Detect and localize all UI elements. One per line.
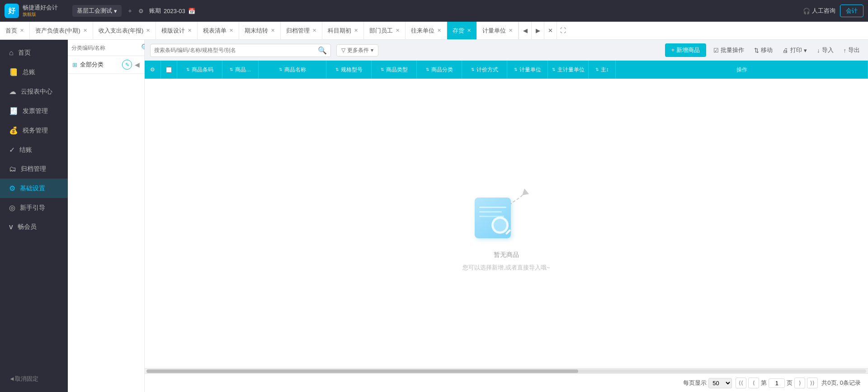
export-button[interactable]: ↑ 导出 xyxy=(841,44,863,56)
tab-template-close[interactable]: ✕ xyxy=(188,28,192,33)
batch-operate-button[interactable]: ☑ 批量操作 xyxy=(711,44,747,56)
th-model[interactable]: ⇅ 规格型号 xyxy=(326,61,372,79)
scroll-track[interactable] xyxy=(146,369,866,373)
th-category[interactable]: ⇅ 商品分类 xyxy=(417,61,462,79)
print-button[interactable]: 🖨 打印 ▾ xyxy=(780,44,810,56)
move-label: 移动 xyxy=(761,46,773,54)
filter-icon: ▽ xyxy=(341,47,345,53)
page-last-btn[interactable]: ⟩⟩ xyxy=(807,378,818,388)
sidebar-item-settle[interactable]: ✓ 结账 xyxy=(0,140,68,160)
select-all-checkbox[interactable] xyxy=(166,67,172,73)
sidebar-item-home[interactable]: ⌂ 首页 xyxy=(0,43,68,62)
category-search-input[interactable] xyxy=(71,45,139,51)
th-code[interactable]: ⇅ 商品... xyxy=(222,61,259,79)
settings-icon[interactable]: ⚙ xyxy=(138,8,144,14)
th-price-label: 计价方式 xyxy=(476,66,498,74)
pagination: 每页显示 20 50 100 200 ⟨⟨ ⟨ 第 页 xyxy=(145,373,868,392)
th-settings[interactable]: ⚙ xyxy=(145,61,161,79)
import-button[interactable]: ↓ 导入 xyxy=(814,44,836,56)
sidebar-item-report[interactable]: ☁ 云报表中心 xyxy=(0,82,68,101)
sidebar-item-member[interactable]: V 畅会员 xyxy=(0,217,68,236)
th-price[interactable]: ⇅ 计价方式 xyxy=(462,61,507,79)
tab-period-end-label: 期末结转 xyxy=(245,27,268,35)
th-name[interactable]: ⇅ 商品名称 xyxy=(259,61,326,79)
sidebar-item-archive[interactable]: 🗂 归档管理 xyxy=(0,160,68,179)
tab-inventory[interactable]: 存货 ✕ xyxy=(447,22,477,40)
product-search-box: 🔍 xyxy=(150,44,331,57)
tab-home-close[interactable]: ✕ xyxy=(20,28,24,33)
tab-tax-label: 税表清单 xyxy=(203,27,226,35)
empty-desc: 您可以选择新增,或者直接导入哦~ xyxy=(462,264,550,272)
headset-icon: 🎧 xyxy=(803,8,810,14)
th-unit[interactable]: ⇅ 计量单位 xyxy=(507,61,548,79)
all-category-label[interactable]: 全部分类 xyxy=(80,61,119,69)
th-type-label: 商品类型 xyxy=(386,66,408,74)
tab-income[interactable]: 收入支出表(年报) ✕ xyxy=(93,22,156,40)
member-icon: V xyxy=(9,224,13,231)
empty-doc-icon xyxy=(475,198,511,238)
edit-category-icon[interactable]: ✎ xyxy=(122,60,132,70)
tab-template[interactable]: 模版设计 ✕ xyxy=(156,22,198,40)
app-logo: 好 xyxy=(5,4,19,18)
filter-chevron-icon: ▾ xyxy=(371,47,373,53)
sidebar-item-guide[interactable]: ◎ 新手引导 xyxy=(0,198,68,217)
add-product-button[interactable]: + 新增商品 xyxy=(665,43,706,57)
sidebar-item-invoice[interactable]: 🧾 发票管理 xyxy=(0,101,68,121)
tab-nav-right[interactable]: ▶ xyxy=(531,22,544,40)
tab-asset[interactable]: 资产负债表(中期) ✕ xyxy=(30,22,93,40)
page-next-btn[interactable]: ⟩ xyxy=(794,378,805,388)
tab-nav-left[interactable]: ◀ xyxy=(519,22,531,40)
empty-state: 暂无商品 您可以选择新增,或者直接导入哦~ xyxy=(145,79,868,368)
page-size-select[interactable]: 20 50 100 200 xyxy=(708,378,732,388)
tab-close-all[interactable]: ✕ xyxy=(544,22,557,40)
tab-inventory-close[interactable]: ✕ xyxy=(467,28,471,33)
tab-home[interactable]: 首页 ✕ xyxy=(0,22,30,40)
page-input[interactable] xyxy=(769,378,785,388)
tab-period-end[interactable]: 期末结转 ✕ xyxy=(239,22,281,40)
th-type[interactable]: ⇅ 商品类型 xyxy=(372,61,417,79)
tab-partner-label: 往来单位 xyxy=(411,27,434,35)
search-icon[interactable]: 🔍 xyxy=(318,46,327,55)
tab-unit-close[interactable]: ✕ xyxy=(509,28,513,33)
horizontal-scrollbar[interactable] xyxy=(145,368,868,373)
scroll-thumb[interactable] xyxy=(146,369,578,373)
tab-partner[interactable]: 往来单位 ✕ xyxy=(406,22,447,40)
sidebar-item-ledger[interactable]: 📒 总账 xyxy=(0,62,68,82)
page-first-btn[interactable]: ⟨⟨ xyxy=(736,378,746,388)
top-bar: 好 畅捷通好会计 旗舰版 基层工会测试 ▾ ＋ ⚙ 账期 2023-03 📅 🎧… xyxy=(0,0,868,22)
collapse-panel-btn[interactable]: ◀ xyxy=(135,61,140,68)
tab-asset-close[interactable]: ✕ xyxy=(83,28,87,33)
consult-label: 人工咨询 xyxy=(812,7,835,15)
move-icon: ⇅ xyxy=(754,47,759,54)
tab-unit[interactable]: 计量单位 ✕ xyxy=(477,22,519,40)
th-main-unit[interactable]: ⇅ 主计量单位 xyxy=(548,61,589,79)
tab-tax[interactable]: 税表清单 ✕ xyxy=(198,22,239,40)
move-button[interactable]: ⇅ 移动 xyxy=(751,44,775,56)
th-barcode[interactable]: ⇅ 商品条码 xyxy=(177,61,222,79)
page-prev-btn[interactable]: ⟨ xyxy=(748,378,759,388)
consult-button[interactable]: 🎧 人工咨询 xyxy=(803,7,835,15)
more-filter-button[interactable]: ▽ 更多条件 ▾ xyxy=(336,44,378,57)
tab-partner-close[interactable]: ✕ xyxy=(437,28,441,33)
sidebar-item-tax[interactable]: 💰 税务管理 xyxy=(0,121,68,140)
product-search-input[interactable] xyxy=(154,47,315,53)
calendar-icon[interactable]: 📅 xyxy=(188,8,195,14)
tab-tax-close[interactable]: ✕ xyxy=(229,28,233,33)
tab-dept[interactable]: 部门员工 ✕ xyxy=(364,22,406,40)
tab-subject-close[interactable]: ✕ xyxy=(354,28,358,33)
company-selector[interactable]: 基层工会测试 ▾ xyxy=(72,5,122,17)
tab-dept-close[interactable]: ✕ xyxy=(396,28,400,33)
tab-expand[interactable]: ⛶ xyxy=(557,22,569,40)
tab-period-end-close[interactable]: ✕ xyxy=(271,28,275,33)
add-icon[interactable]: ＋ xyxy=(127,7,133,15)
tab-income-close[interactable]: ✕ xyxy=(146,28,150,33)
sidebar-item-basic[interactable]: ⚙ 基础设置 xyxy=(0,179,68,198)
sidebar-collapse-btn[interactable]: ◄取消固定 xyxy=(0,369,68,388)
tab-archive[interactable]: 归档管理 ✕ xyxy=(281,22,322,40)
tab-archive-close[interactable]: ✕ xyxy=(312,28,316,33)
th-check[interactable] xyxy=(161,61,177,79)
kuaiji-button[interactable]: 会计 xyxy=(840,5,863,17)
th-num[interactable]: ⇅ 主↕ xyxy=(589,61,616,79)
sidebar-label-guide: 新手引导 xyxy=(20,204,45,212)
tab-subject[interactable]: 科目期初 ✕ xyxy=(322,22,364,40)
